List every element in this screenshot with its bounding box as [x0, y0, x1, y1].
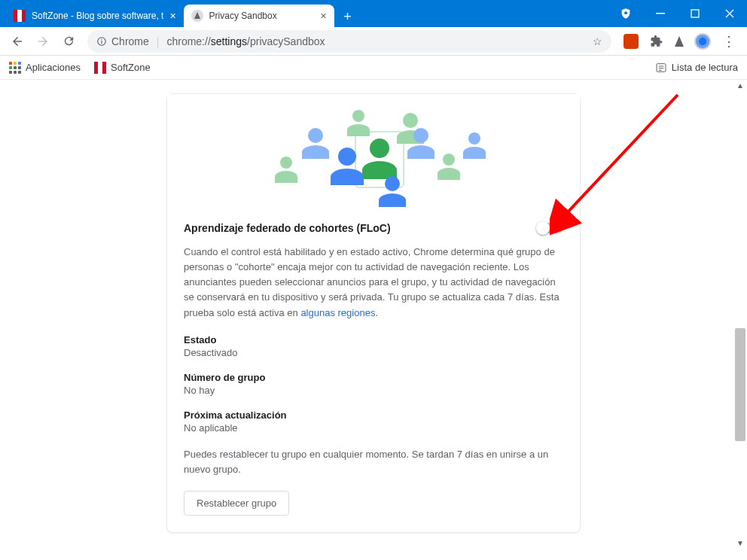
titlebar: SoftZone - Blog sobre software, t × Priv…	[0, 0, 747, 27]
status-label: Estado	[184, 334, 563, 345]
labs-icon[interactable]	[675, 36, 684, 47]
extensions-area: ⋮	[619, 33, 741, 50]
extensions-button[interactable]	[649, 34, 664, 49]
separator: |	[157, 35, 160, 47]
scroll-down-icon[interactable]: ▼	[735, 537, 745, 548]
minimize-button[interactable]	[643, 0, 678, 27]
window-controls	[608, 0, 747, 27]
floc-setting-row: Aprendizaje federado de cohortes (FLoC)	[184, 222, 563, 234]
svg-line-10	[565, 95, 678, 215]
person-icon	[331, 148, 364, 185]
reset-note: Puedes restablecer tu grupo en cualquier…	[184, 447, 563, 477]
maximize-button[interactable]	[678, 0, 712, 27]
person-icon	[302, 128, 329, 159]
svg-rect-1	[656, 13, 665, 14]
next-update-field: Próxima actualización No aplicable	[184, 409, 563, 434]
chrome-menu-button[interactable]: ⋮	[721, 34, 736, 49]
floc-card: Aprendizaje federado de cohortes (FLoC) …	[166, 93, 581, 533]
person-icon	[407, 128, 434, 159]
reload-button[interactable]	[57, 30, 80, 53]
person-icon	[347, 110, 370, 136]
floc-title: Aprendizaje federado de cohortes (FLoC)	[184, 222, 391, 234]
favicon-softzone-icon	[94, 62, 106, 74]
tab-softzone[interactable]: SoftZone - Blog sobre software, t ×	[6, 5, 184, 27]
person-icon	[275, 157, 297, 183]
close-tab-icon[interactable]: ×	[169, 10, 175, 22]
tab-strip: SoftZone - Blog sobre software, t × Priv…	[0, 0, 608, 27]
favicon-privacy-icon	[191, 10, 203, 22]
apps-label: Aplicaciones	[26, 62, 81, 73]
close-tab-icon[interactable]: ×	[320, 10, 326, 22]
tab-title: Privacy Sandbox	[209, 11, 315, 21]
toggle-knob	[536, 221, 550, 235]
bookmark-star-icon[interactable]: ☆	[593, 35, 602, 47]
person-icon	[438, 154, 460, 180]
address-bar[interactable]: Chrome | chrome://settings/privacySandbo…	[87, 30, 611, 53]
profile-avatar[interactable]	[694, 33, 711, 50]
account-shield-icon[interactable]	[608, 0, 643, 27]
new-tab-button[interactable]: +	[337, 6, 358, 27]
back-button[interactable]	[6, 30, 29, 53]
reset-group-button[interactable]: Restablecer grupo	[184, 491, 289, 516]
status-field: Estado Desactivado	[184, 334, 563, 358]
bookmark-label: SoftZone	[111, 62, 151, 73]
favicon-softzone-icon	[14, 10, 26, 22]
apps-icon	[9, 62, 21, 74]
scroll-thumb[interactable]	[735, 328, 745, 441]
window-close-button[interactable]	[712, 0, 747, 27]
status-value: Desactivado	[184, 347, 563, 358]
next-value: No aplicable	[184, 422, 563, 434]
floc-toggle[interactable]	[538, 223, 563, 233]
scroll-up-icon[interactable]: ▲	[735, 80, 745, 90]
next-label: Próxima actualización	[184, 409, 563, 421]
page-viewport: Aprendizaje federado de cohortes (FLoC) …	[0, 80, 747, 560]
site-info-button[interactable]: Chrome	[96, 35, 149, 47]
regions-link[interactable]: algunas regiones	[300, 307, 375, 318]
svg-rect-4	[101, 40, 102, 43]
site-label: Chrome	[111, 35, 149, 47]
floc-illustration	[167, 94, 580, 207]
url-text: chrome://settings/privacySandbox	[166, 35, 325, 47]
bookmark-softzone[interactable]: SoftZone	[94, 62, 151, 74]
person-icon	[463, 132, 486, 159]
tab-title: SoftZone - Blog sobre software, t	[32, 11, 163, 21]
group-label: Número de grupo	[184, 372, 563, 383]
floc-description: Cuando el control está habilitado y en e…	[184, 245, 563, 321]
forward-button[interactable]	[32, 30, 54, 53]
svg-point-0	[624, 11, 627, 14]
bookmarks-bar: Aplicaciones SoftZone Lista de lectura	[0, 56, 747, 80]
group-value: No hay	[184, 385, 563, 396]
svg-rect-5	[101, 38, 102, 39]
toolbar: Chrome | chrome://settings/privacySandbo…	[0, 27, 747, 56]
office-extension-icon[interactable]	[624, 34, 639, 49]
scrollbar[interactable]: ▲ ▼	[735, 80, 745, 548]
svg-rect-2	[691, 10, 699, 17]
tab-privacy-sandbox[interactable]: Privacy Sandbox ×	[184, 5, 334, 27]
person-highlight-icon	[362, 138, 397, 179]
group-field: Número de grupo No hay	[184, 372, 563, 396]
person-icon	[379, 176, 406, 207]
reading-list-label: Lista de lectura	[672, 62, 738, 73]
apps-shortcut[interactable]: Aplicaciones	[9, 62, 81, 74]
reading-list-button[interactable]: Lista de lectura	[655, 62, 738, 74]
